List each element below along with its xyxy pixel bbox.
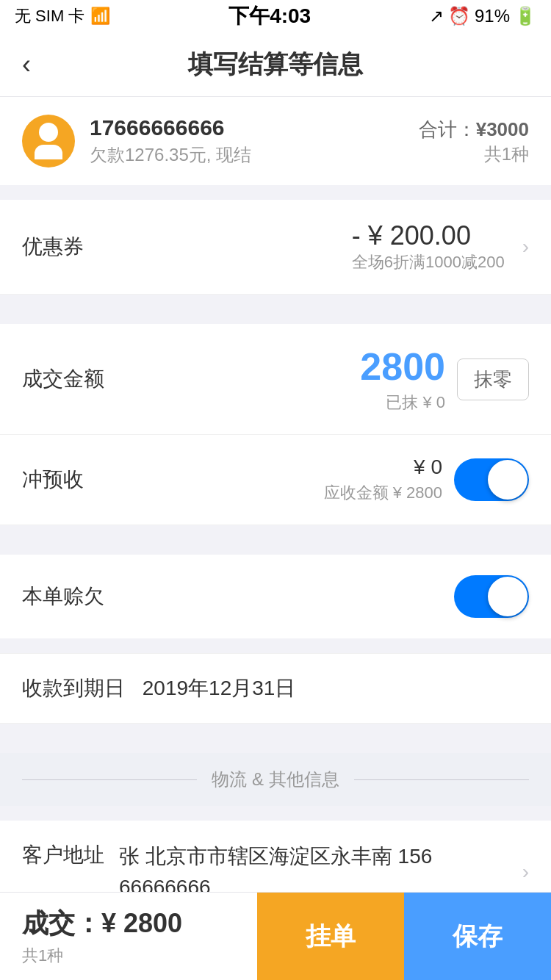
deal-amount-value: 2800 <box>360 345 445 389</box>
wifi-icon: 📶 <box>90 7 110 26</box>
save-button[interactable]: 保存 <box>404 893 551 981</box>
battery-icon: 🔋 <box>514 6 536 26</box>
location-icon: ↗ <box>429 6 444 26</box>
customer-info-row: 17666666666 欠款1276.35元, 现结 合计：¥3000 共1种 <box>0 97 551 185</box>
prepaid-toggle-thumb <box>488 460 527 500</box>
status-time: 下午4:03 <box>228 2 311 30</box>
back-button[interactable]: ‹ <box>22 49 31 80</box>
status-bar: 无 SIM 卡 📶 下午4:03 ↗ ⏰ 91% 🔋 <box>0 0 551 32</box>
coupon-label: 优惠券 <box>22 233 84 261</box>
deal-amount-label: 成交金额 <box>22 365 104 393</box>
divider-2 <box>0 540 551 555</box>
bottom-count: 共1种 <box>22 945 235 967</box>
due-date-row: 收款到期日 2019年12月31日 <box>0 653 551 724</box>
logistics-label: 物流 & 其他信息 <box>212 768 339 791</box>
bottom-bar: 成交：¥ 2800 共1种 挂单 保存 <box>0 892 551 980</box>
prepaid-amount: ¥ 0 <box>324 455 442 479</box>
alarm-icon: ⏰ <box>448 6 470 26</box>
deal-amount-sub: 已抹 ¥ 0 <box>360 392 445 414</box>
page-title: 填写结算等信息 <box>188 48 363 82</box>
prepaid-right: ¥ 0 应收金额 ¥ 2800 <box>324 455 529 504</box>
pending-button[interactable]: 挂单 <box>257 893 404 981</box>
total-label: 合计：¥3000 <box>419 117 529 143</box>
person-head <box>39 123 58 142</box>
total-count: 共1种 <box>419 143 529 166</box>
status-right: ↗ ⏰ 91% 🔋 <box>429 6 536 26</box>
credit-right <box>454 575 529 618</box>
address-chevron: › <box>522 860 529 884</box>
prepaid-toggle[interactable] <box>454 458 529 501</box>
coupon-row[interactable]: 优惠券 - ¥ 200.00 全场6折满1000减200 › <box>0 200 551 295</box>
prepaid-value-group: ¥ 0 应收金额 ¥ 2800 <box>324 455 442 504</box>
separator-line-left <box>22 779 197 780</box>
no-sim-text: 无 SIM 卡 <box>15 5 84 27</box>
customer-right: 合计：¥3000 共1种 <box>419 117 529 166</box>
customer-sub-info: 欠款1276.35元, 现结 <box>90 143 251 167</box>
coupon-chevron: › <box>522 235 529 259</box>
coupon-amount: - ¥ 200.00 <box>352 220 505 251</box>
customer-details: 17666666666 欠款1276.35元, 现结 <box>90 115 251 167</box>
battery-text: 91% <box>475 6 510 26</box>
address-label: 客户地址 <box>22 841 104 869</box>
coupon-right: - ¥ 200.00 全场6折满1000减200 › <box>352 220 529 273</box>
credit-toggle-thumb <box>488 577 527 616</box>
deal-amount-group: 2800 已抹 ¥ 0 <box>360 345 445 414</box>
due-date-value: 2019年12月31日 <box>143 677 296 699</box>
credit-toggle[interactable] <box>454 575 529 618</box>
divider-3 <box>0 738 551 753</box>
customer-left: 17666666666 欠款1276.35元, 现结 <box>22 115 251 167</box>
nav-bar: ‹ 填写结算等信息 <box>0 32 551 97</box>
coupon-value-group: - ¥ 200.00 全场6折满1000减200 <box>352 220 505 273</box>
person-icon <box>22 115 75 167</box>
credit-label: 本单赊欠 <box>22 583 104 610</box>
coupon-desc: 全场6折满1000减200 <box>352 251 505 273</box>
logistics-separator: 物流 & 其他信息 <box>0 753 551 806</box>
customer-phone: 17666666666 <box>90 115 251 140</box>
prepaid-sub: 应收金额 ¥ 2800 <box>324 482 442 504</box>
prepaid-row: 冲预收 ¥ 0 应收金额 ¥ 2800 <box>0 434 551 525</box>
separator-line-right <box>354 779 529 780</box>
round-button[interactable]: 抹零 <box>457 359 529 400</box>
deal-amount-right: 2800 已抹 ¥ 0 抹零 <box>360 345 529 414</box>
bottom-summary: 成交：¥ 2800 共1种 <box>0 906 257 967</box>
prepaid-label: 冲预收 <box>22 466 84 494</box>
bottom-deal-text: 成交：¥ 2800 <box>22 906 235 942</box>
person-body <box>35 145 62 159</box>
status-left: 无 SIM 卡 📶 <box>15 5 110 27</box>
divider-1 <box>0 309 551 324</box>
due-date-label: 收款到期日 2019年12月31日 <box>22 674 295 702</box>
credit-row: 本单赊欠 <box>0 555 551 638</box>
avatar <box>22 115 75 167</box>
deal-amount-row: 成交金额 2800 已抹 ¥ 0 抹零 <box>0 324 551 434</box>
